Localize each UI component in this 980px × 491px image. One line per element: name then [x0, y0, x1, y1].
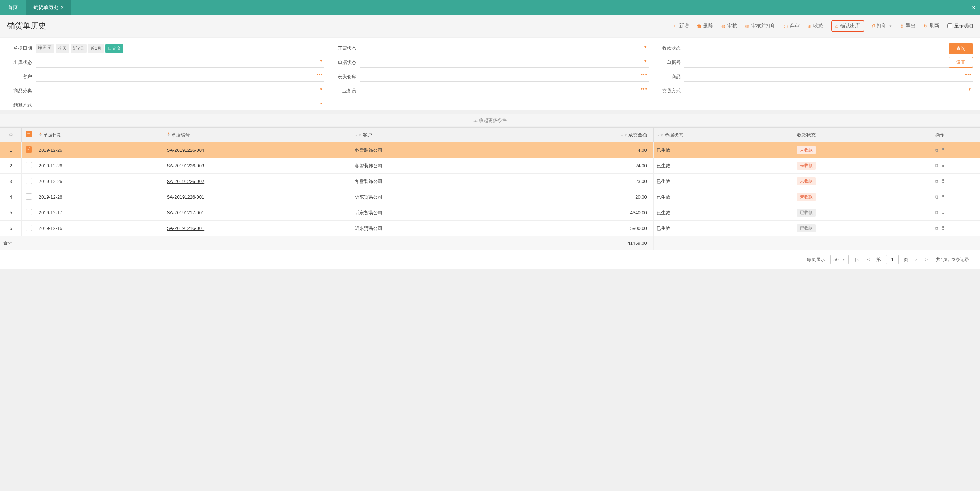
date-btn-1m[interactable]: 近1月 [88, 44, 104, 53]
date-btn-7d[interactable]: 近7天 [71, 44, 87, 53]
receive-button[interactable]: ⊕收款 [807, 23, 823, 29]
more-icon[interactable]: ⠿ [941, 163, 945, 168]
select-all-checkbox[interactable] [22, 128, 36, 142]
doc-status-select[interactable]: ▼ [360, 57, 648, 67]
per-page-select[interactable]: 50▼ [830, 255, 848, 264]
date-btn-today[interactable]: 今天 [56, 44, 69, 53]
print-button[interactable]: ⎙打印▼ [872, 23, 892, 29]
page-prefix: 第 [876, 257, 881, 263]
cell-docno[interactable]: SA-20191226-003 [164, 158, 352, 174]
row-checkbox[interactable] [22, 190, 36, 205]
filter-panel: 单据日期 昨天 至 今天 近7天 近1月 自定义 开票状态 ▼ 收款状态 ▼ 出… [0, 38, 980, 110]
salesman-picker[interactable]: ••• [360, 86, 648, 96]
tab-sales-history[interactable]: 销货单历史 × [25, 0, 72, 15]
refresh-button[interactable]: ↻刷新 [924, 23, 940, 29]
query-button[interactable]: 查询 [949, 43, 973, 54]
cell-status: 已生效 [653, 205, 794, 221]
table-row[interactable]: 52019-12-17SA-20191217-001昕东贸易公司4340.00已… [0, 205, 980, 221]
chevron-down-icon: ▼ [842, 258, 845, 261]
row-index: 6 [0, 221, 22, 236]
date-btn-custom[interactable]: 自定义 [105, 44, 123, 53]
audit-print-button[interactable]: ◍审核并打印 [745, 23, 776, 29]
close-icon[interactable]: × [972, 0, 976, 15]
settle-select[interactable]: ▼ [35, 100, 324, 110]
page-input[interactable] [886, 255, 899, 264]
cell-customer: 冬雪装饰公司 [352, 158, 497, 174]
more-icon[interactable]: ⠿ [941, 210, 945, 215]
table-row[interactable]: 62019-12-16SA-20191216-001昕东贸易公司5900.00已… [0, 221, 980, 236]
out-status-select[interactable]: ▼ [35, 57, 324, 67]
export-button[interactable]: ⇪导出 [900, 23, 916, 29]
tab-home[interactable]: 首页 [0, 0, 25, 15]
settings-button[interactable]: 设置 [949, 57, 973, 67]
view-icon[interactable]: ⧉ [935, 163, 939, 168]
invoice-status-select[interactable]: ▼ [360, 43, 648, 53]
col-amount[interactable]: ▲▼成交金额 [498, 128, 654, 142]
delete-button[interactable]: 🗑删除 [697, 23, 713, 29]
chevron-down-icon: ▼ [319, 59, 323, 63]
col-docno[interactable]: ▲▼单据编号 [164, 128, 352, 142]
pay-status-select[interactable]: ▼ [684, 43, 973, 53]
cell-docno[interactable]: SA-20191226-002 [164, 174, 352, 190]
more-icon[interactable]: ⠿ [941, 179, 945, 184]
row-checkbox[interactable] [22, 158, 36, 174]
warehouse-picker[interactable]: ••• [360, 72, 648, 82]
table-row[interactable]: 22019-12-26SA-20191226-003冬雪装饰公司24.00已生效… [0, 158, 980, 174]
plus-icon: ＋ [672, 23, 677, 29]
cell-docno[interactable]: SA-20191216-001 [164, 221, 352, 236]
top-tabs: 首页 销货单历史 × × [0, 0, 980, 15]
checkbox-icon [25, 193, 32, 200]
chevron-down-icon: ▼ [644, 45, 647, 49]
tab-close-icon[interactable]: × [61, 5, 64, 10]
cell-paystatus: 未收款 [794, 158, 900, 174]
row-index: 2 [0, 158, 22, 174]
table-row[interactable]: 42019-12-26SA-20191226-001昕东贸易公司20.00已生效… [0, 190, 980, 205]
col-paystatus[interactable]: 收款状态 [794, 128, 900, 142]
collapse-filters-button[interactable]: ︽ 收起更多条件 [0, 115, 980, 126]
view-icon[interactable]: ⧉ [935, 226, 939, 231]
prev-page-button[interactable]: < [865, 257, 871, 262]
cell-status: 已生效 [653, 174, 794, 190]
col-status[interactable]: ▲▼单据状态 [653, 128, 794, 142]
show-detail-checkbox[interactable]: 显示明细 [947, 23, 973, 29]
customer-picker[interactable]: ••• [35, 72, 324, 82]
cell-date: 2019-12-16 [36, 221, 164, 236]
col-date[interactable]: ▲▼单据日期 [36, 128, 164, 142]
add-button[interactable]: ＋新增 [672, 23, 689, 29]
cell-docno[interactable]: SA-20191226-004 [164, 142, 352, 158]
table-row[interactable]: 32019-12-26SA-20191226-002冬雪装饰公司23.00已生效… [0, 174, 980, 190]
view-icon[interactable]: ⧉ [935, 179, 939, 184]
abandon-button[interactable]: ◌弃审 [784, 23, 800, 29]
next-page-button[interactable]: > [913, 257, 919, 262]
view-icon[interactable]: ⧉ [935, 210, 939, 215]
audit-button[interactable]: ◍审核 [721, 23, 737, 29]
product-picker[interactable]: ••• [684, 72, 973, 82]
more-icon[interactable]: ⠿ [941, 226, 945, 231]
cell-status: 已生效 [653, 158, 794, 174]
row-checkbox[interactable] [22, 221, 36, 236]
confirm-out-button[interactable]: ⌂确认出库 [831, 20, 864, 32]
date-btn-yesterday[interactable]: 昨天 至 [35, 44, 54, 53]
cell-docno[interactable]: SA-20191217-001 [164, 205, 352, 221]
row-checkbox[interactable] [22, 205, 36, 221]
more-icon[interactable]: ⠿ [941, 194, 945, 200]
view-icon[interactable]: ⧉ [935, 147, 939, 153]
filter-label-salesman: 业务员 [331, 88, 356, 94]
delivery-select[interactable]: ▼ [684, 86, 973, 96]
table-row[interactable]: 12019-12-26SA-20191226-004冬雪装饰公司4.00已生效未… [0, 142, 980, 158]
cell-ops: ⧉⠿ [900, 158, 980, 174]
print-icon: ⎙ [872, 23, 875, 29]
row-checkbox[interactable] [22, 174, 36, 190]
cell-docno[interactable]: SA-20191226-001 [164, 190, 352, 205]
doc-no-input[interactable] [684, 57, 973, 67]
col-customer[interactable]: ▲▼客户 [352, 128, 497, 142]
more-icon[interactable]: ⠿ [941, 147, 945, 153]
cell-ops: ⧉⠿ [900, 221, 980, 236]
cell-amount: 4340.00 [498, 205, 654, 221]
column-settings-button[interactable]: ⚙ [0, 128, 22, 142]
category-select[interactable]: ▼ [35, 86, 324, 96]
view-icon[interactable]: ⧉ [935, 194, 939, 200]
first-page-button[interactable]: ⌈< [854, 257, 861, 262]
last-page-button[interactable]: >⌉ [924, 257, 931, 262]
row-checkbox[interactable] [22, 142, 36, 158]
